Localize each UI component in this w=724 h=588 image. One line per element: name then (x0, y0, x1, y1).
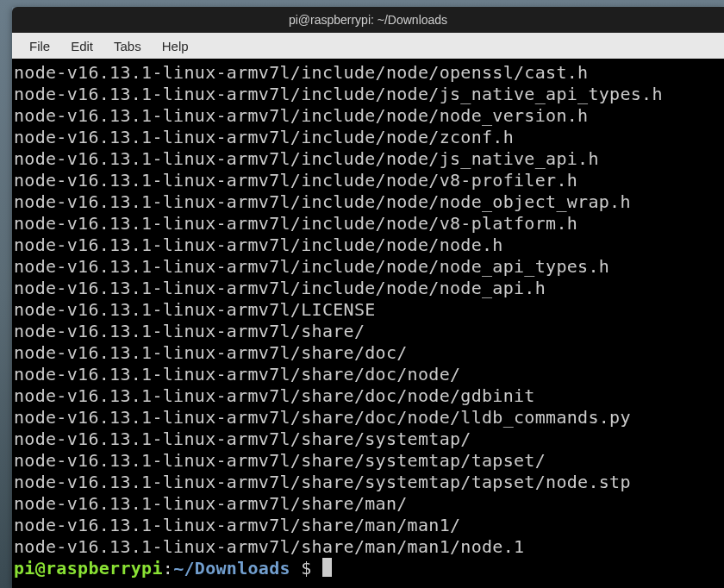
terminal-line: node-v16.13.1-linux-armv7l/share/doc/nod… (14, 364, 722, 385)
menu-edit[interactable]: Edit (62, 35, 102, 57)
terminal-line: node-v16.13.1-linux-armv7l/include/node/… (14, 235, 722, 256)
terminal-line: node-v16.13.1-linux-armv7l/share/man/man… (14, 536, 722, 558)
window-title: pi@raspberrypi: ~/Downloads (289, 13, 447, 27)
menubar: File Edit Tabs Help (12, 33, 724, 59)
menu-file[interactable]: File (21, 35, 59, 57)
terminal-line: node-v16.13.1-linux-armv7l/include/node/… (14, 170, 722, 191)
terminal-line: node-v16.13.1-linux-armv7l/LICENSE (14, 299, 722, 321)
prompt-dollar: $ (290, 558, 322, 579)
terminal-line: node-v16.13.1-linux-armv7l/include/node/… (14, 105, 722, 127)
terminal-line: node-v16.13.1-linux-armv7l/include/node/… (14, 191, 722, 213)
prompt-user-host: pi@raspberrypi (14, 558, 163, 579)
terminal-line: node-v16.13.1-linux-armv7l/include/node/… (14, 256, 722, 278)
menu-tabs[interactable]: Tabs (105, 35, 150, 57)
terminal-line: node-v16.13.1-linux-armv7l/share/systemt… (14, 450, 722, 472)
terminal-line: node-v16.13.1-linux-armv7l/include/node/… (14, 148, 722, 170)
terminal-line: node-v16.13.1-linux-armv7l/share/doc/nod… (14, 407, 722, 428)
terminal-line: node-v16.13.1-linux-armv7l/include/node/… (14, 213, 722, 235)
menu-help[interactable]: Help (153, 35, 197, 57)
terminal-window: pi@raspberrypi: ~/Downloads File Edit Ta… (12, 7, 724, 588)
terminal-line: node-v16.13.1-linux-armv7l/share/ (14, 321, 722, 342)
terminal-line: node-v16.13.1-linux-armv7l/include/node/… (14, 127, 722, 148)
terminal-line: node-v16.13.1-linux-armv7l/share/doc/nod… (14, 385, 722, 407)
terminal-line: node-v16.13.1-linux-armv7l/share/systemt… (14, 428, 722, 450)
terminal-line: node-v16.13.1-linux-armv7l/share/systemt… (14, 472, 722, 493)
terminal-line: node-v16.13.1-linux-armv7l/share/man/ (14, 493, 722, 515)
terminal-viewport[interactable]: node-v16.13.1-linux-armv7l/include/node/… (12, 59, 724, 588)
titlebar: pi@raspberrypi: ~/Downloads (12, 7, 724, 33)
terminal-line: node-v16.13.1-linux-armv7l/share/man/man… (14, 515, 722, 536)
terminal-line: node-v16.13.1-linux-armv7l/include/node/… (14, 278, 722, 299)
terminal-line: node-v16.13.1-linux-armv7l/include/node/… (14, 62, 722, 84)
cursor-icon (322, 558, 332, 577)
prompt-path: ~/Downloads (173, 558, 290, 579)
prompt-line[interactable]: pi@raspberrypi:~/Downloads $ (14, 558, 722, 579)
terminal-line: node-v16.13.1-linux-armv7l/include/node/… (14, 84, 722, 105)
terminal-line: node-v16.13.1-linux-armv7l/share/doc/ (14, 342, 722, 364)
prompt-colon: : (163, 558, 173, 579)
